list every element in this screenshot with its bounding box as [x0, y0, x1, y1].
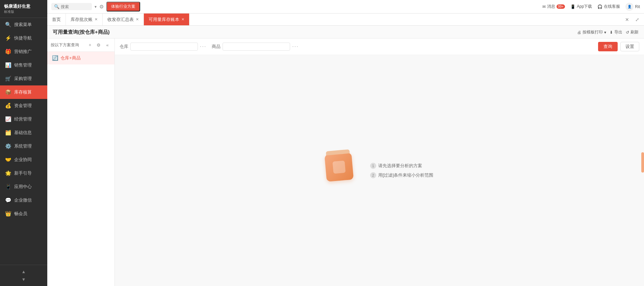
sidebar-item-label: 采购管理 — [14, 76, 32, 82]
print-label: 按模板打印 — [583, 29, 603, 35]
online-service-label: 在线客服 — [604, 4, 620, 9]
hint-text-2: 用[过滤]条件来缩小分析范围 — [378, 172, 433, 178]
export-icon: ⬇ — [610, 30, 613, 35]
sidebar-item-label: 应用中心 — [14, 184, 32, 190]
sidebar-item-label: 资金管理 — [14, 103, 32, 109]
settings-scheme-button[interactable]: ⚙ — [95, 41, 102, 49]
empty-hint-1: 1 请先选择要分析的方案 — [370, 163, 433, 169]
filter-bar-right: 查询 设置 — [598, 42, 639, 51]
brand-sub: 标准版 — [4, 9, 43, 14]
sidebar-scroll: 🔍 搜索菜单 ⚡ 快捷导航 🎁 营销推广 📊 销售管理 🛒 采购管理 📦 库存核… — [0, 18, 47, 265]
tab-receipt-summary[interactable]: 收发存汇总表 ✕ — [103, 14, 144, 25]
query-button[interactable]: 查询 — [598, 42, 618, 51]
sidebar-item-newuser[interactable]: 🌟 新手引导 — [0, 166, 47, 180]
print-button[interactable]: 🖨 按模板打印 ▾ — [577, 29, 606, 35]
sidebar-item-operations[interactable]: 📈 经营管理 — [0, 112, 47, 126]
tab-available-ledger-label: 可用量库存账本 — [149, 17, 179, 23]
sidebar-item-member[interactable]: 👑 畅会员 — [0, 207, 47, 220]
right-panel: 仓库 ··· 商品 ··· 查询 设置 — [115, 38, 644, 286]
sidebar-item-marketing[interactable]: 🎁 营销推广 — [0, 45, 47, 58]
sidebar-item-label: 系统管理 — [14, 143, 32, 149]
left-panel-header-label: 按以下方案查询 — [51, 42, 79, 48]
tab-receipt-summary-label: 收发存汇总表 — [107, 17, 134, 23]
sidebar-item-purchase[interactable]: 🛒 采购管理 — [0, 72, 47, 85]
collapse-panel-button[interactable]: « — [104, 41, 111, 49]
tab-batch-account[interactable]: 库存批次账 ✕ — [66, 14, 103, 25]
right-scrollbar[interactable] — [641, 152, 644, 173]
tab-receipt-summary-close[interactable]: ✕ — [136, 17, 139, 22]
weixin-icon: 💬 — [5, 197, 11, 203]
hint-number-2: 2 — [370, 172, 376, 178]
appcenter-icon: 📱 — [5, 184, 11, 190]
online-service-button[interactable]: 🎧 在线客服 — [597, 4, 620, 9]
refresh-button[interactable]: ↺ 刷新 — [626, 29, 639, 35]
export-label: 导出 — [614, 29, 622, 35]
topbar-search-box[interactable]: 🔍 — [51, 3, 92, 10]
sidebar-item-label: 企业微信 — [14, 197, 32, 203]
tab-available-ledger[interactable]: 可用量库存账本 ✕ — [144, 14, 189, 25]
sidebar-item-system[interactable]: ⚙️ 系统管理 — [0, 139, 47, 153]
message-button[interactable]: ✉ 消息 99+ — [542, 4, 565, 9]
search-icon: 🔍 — [5, 22, 11, 28]
tab-maximize-button[interactable]: ⤢ — [633, 16, 641, 24]
service-icon: 🎧 — [597, 4, 602, 9]
settings-button[interactable]: 设置 — [620, 42, 639, 51]
sidebar-scroll-up-button[interactable]: ▲ — [0, 268, 47, 276]
marketing-icon: 🎁 — [5, 49, 11, 55]
sidebar-item-appcenter[interactable]: 📱 应用中心 — [0, 180, 47, 193]
warehouse-more-button[interactable]: ··· — [200, 44, 206, 50]
main-area: 🔍 ▾ ⚙ 体验行业方案 ✉ 消息 99+ 📱 App下载 🎧 在线客服 👤 R… — [47, 0, 644, 286]
sidebar-item-finance[interactable]: 💰 资金管理 — [0, 99, 47, 112]
tab-batch-account-close[interactable]: ✕ — [95, 17, 98, 22]
warehouse-label: 仓库 — [120, 44, 128, 50]
topbar-right: ✉ 消息 99+ 📱 App下载 🎧 在线客服 👤 Rit — [542, 3, 640, 11]
sidebar-item-inventory[interactable]: 📦 库存核算 — [0, 85, 47, 99]
sidebar-item-label: 搜索菜单 — [14, 22, 32, 28]
user-profile[interactable]: 👤 Rit — [625, 3, 640, 11]
refresh-icon: ↺ — [626, 30, 629, 35]
username: Rit — [635, 4, 640, 9]
purchase-icon: 🛒 — [5, 76, 11, 82]
sidebar-bottom: ▲ ▼ — [0, 265, 47, 286]
sidebar-item-weixin[interactable]: 💬 企业微信 — [0, 193, 47, 207]
quicknav-icon: ⚡ — [5, 35, 11, 41]
sidebar-item-label: 经营管理 — [14, 116, 32, 122]
sidebar-scroll-down-button[interactable]: ▼ — [0, 276, 47, 283]
app-download-button[interactable]: 📱 App下载 — [570, 4, 592, 9]
sidebar-item-label: 企业协同 — [14, 157, 32, 163]
goods-label: 商品 — [212, 44, 221, 50]
goods-more-button[interactable]: ··· — [292, 44, 299, 50]
sidebar-item-basic[interactable]: 🗂️ 基础信息 — [0, 126, 47, 139]
sidebar-item-quicknav[interactable]: ⚡ 快捷导航 — [0, 31, 47, 45]
page-header: 可用量查询(按仓库+商品) 🖨 按模板打印 ▾ ⬇ 导出 ↺ 刷新 — [47, 26, 644, 38]
left-panel-item-warehouse-goods[interactable]: 🔄 仓库+商品 — [47, 52, 114, 64]
search-input[interactable] — [61, 4, 88, 9]
gear-icon[interactable]: ⚙ — [99, 4, 104, 10]
tab-close-button[interactable]: ✕ — [623, 16, 631, 24]
add-scheme-button[interactable]: ＋ — [86, 41, 94, 49]
sidebar-item-label: 新手引导 — [14, 170, 32, 176]
empty-hint-2: 2 用[过滤]条件来缩小分析范围 — [370, 172, 433, 178]
empty-box — [325, 153, 354, 182]
enterprise-icon: 🤝 — [5, 157, 11, 163]
operations-icon: 📈 — [5, 116, 11, 122]
trial-button[interactable]: 体验行业方案 — [106, 2, 140, 11]
tab-home[interactable]: 首页 — [47, 14, 66, 25]
hint-text-1: 请先选择要分析的方案 — [378, 163, 422, 169]
topbar: 🔍 ▾ ⚙ 体验行业方案 ✉ 消息 99+ 📱 App下载 🎧 在线客服 👤 R… — [47, 0, 644, 14]
tab-available-ledger-close[interactable]: ✕ — [181, 17, 184, 22]
goods-input[interactable] — [223, 43, 290, 51]
sidebar-item-label: 库存核算 — [14, 89, 32, 95]
left-panel-header-actions: ＋ ⚙ « — [86, 41, 111, 49]
sidebar-item-search[interactable]: 🔍 搜索菜单 — [0, 18, 47, 31]
sales-icon: 📊 — [5, 62, 11, 68]
sidebar-item-enterprise[interactable]: 🤝 企业协同 — [0, 153, 47, 166]
inventory-icon: 📦 — [5, 89, 11, 95]
sidebar-item-sales[interactable]: 📊 销售管理 — [0, 58, 47, 72]
export-button[interactable]: ⬇ 导出 — [610, 29, 622, 35]
tabbar-actions: ✕ ⤢ — [620, 16, 644, 24]
dropdown-chevron-icon[interactable]: ▾ — [95, 4, 97, 9]
left-panel-item-label: 仓库+商品 — [60, 55, 81, 61]
warehouse-input[interactable] — [130, 43, 198, 51]
sidebar-logo: 畅康通好生意 标准版 — [0, 0, 47, 18]
